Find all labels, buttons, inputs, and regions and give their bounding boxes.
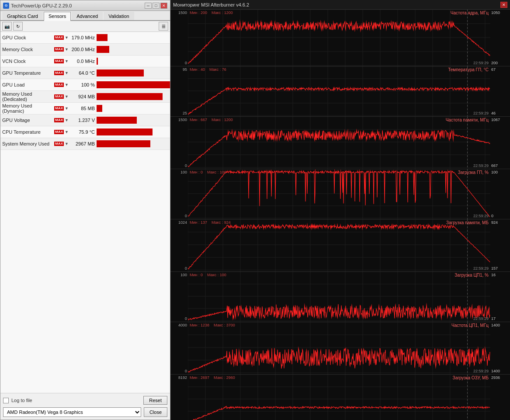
dashed-line-core_freq: [467, 10, 468, 66]
sensor-value-6: 85 MB: [70, 106, 97, 111]
chart-max-ram_load: Макс : 2960: [214, 375, 235, 380]
y-top-mem_freq: 1500: [171, 118, 187, 122]
tab-advanced[interactable]: Advanced: [72, 12, 103, 20]
chart-timestamp-core_freq: 22:59:29: [473, 61, 489, 65]
chart-min-cpu_freq: Мин : 1238: [190, 323, 209, 327]
y-right-bot-core_freq: 200: [491, 61, 509, 65]
y-right-bot-mem_load: 157: [491, 266, 509, 271]
chart-area-core_freq: Мин : 200 Макс : 1200 Частота ядра, МГц …: [188, 10, 490, 66]
chart-canvas-cpu_load: [188, 272, 490, 322]
reset-button[interactable]: Reset: [143, 396, 167, 405]
chart-area-ram_load: Мин : 2697 Макс : 2960 Загрузка ОЗУ, МБ …: [188, 375, 490, 420]
chart-header-mem_freq: Мин : 667 Макс : 1200: [190, 118, 233, 122]
sensor-name-1: Memory Clock MAX ▼: [0, 47, 70, 52]
chart-y-right-mem_load: 924 157: [490, 219, 510, 271]
gpuz-bottom: Log to file Reset AMD Radeon(TM) Vega 8 …: [0, 393, 170, 420]
chart-timestamp-gpu_load: 22:59:29: [473, 214, 489, 218]
msi-close-button[interactable]: ✕: [500, 2, 507, 8]
chart-canvas-cpu_freq: [188, 322, 490, 374]
y-right-top-gpu_temp: 67: [491, 67, 509, 72]
sensor-bar-container-0: [97, 34, 170, 41]
gpuz-titlebar: G TechPowerUp GPU-Z 2.29.0 ─ □ ✕: [0, 0, 170, 11]
dashed-line-mem_load: [467, 219, 468, 271]
sensor-bar-container-9: [97, 140, 170, 147]
sensor-name-6: Memory Used (Dynamic) MAX ▼: [0, 103, 70, 114]
chart-title-mem_load: Загрузка памяти, МБ: [446, 220, 489, 225]
dashed-line-cpu_load: [467, 272, 468, 322]
chart-canvas-gpu_load: [188, 169, 490, 219]
chart-area-mem_freq: Мин : 667 Макс : 1200 Частота памяти, МГ…: [188, 117, 490, 169]
chart-header-core_freq: Мин : 200 Макс : 1200: [190, 10, 233, 15]
sensor-value-8: 75.9 °C: [70, 129, 97, 135]
chart-title-core_freq: Частота ядра, МГц: [451, 10, 489, 15]
chart-max-core_freq: Макс : 1200: [212, 10, 233, 15]
chart-max-mem_load: Макс : 924: [212, 220, 231, 225]
tab-validation[interactable]: Validation: [104, 12, 134, 20]
y-mid-cpu_freq: 0: [171, 369, 187, 373]
sensor-bar-9: [97, 140, 150, 147]
device-select[interactable]: AMD Radeon(TM) Vega 8 Graphics: [3, 407, 141, 417]
camera-button[interactable]: 📷: [2, 22, 12, 31]
chart-header-mem_load: Мин : 137 Макс : 924: [190, 220, 231, 225]
chart-area-cpu_load: Мин : 0 Макс : 100 Загрузка ЦП1, % 22:59…: [188, 272, 490, 322]
sensor-name-9: System Memory Used MAX ▼: [0, 141, 70, 146]
chart-y-right-mem_freq: 1067 667: [490, 117, 510, 169]
gpuz-title: TechPowerUp GPU-Z 2.29.0: [11, 3, 72, 8]
sensor-bar-8: [97, 128, 153, 135]
sensor-value-0: 179.0 MHz: [70, 35, 97, 40]
minimize-button[interactable]: ─: [145, 3, 152, 9]
sensor-bar-1: [97, 46, 109, 53]
chart-area-gpu_load: Мин : 0 Макс : 100 Загрузка ГП, % 22:59:…: [188, 169, 490, 219]
tab-sensors[interactable]: Sensors: [44, 12, 71, 21]
y-right-top-ram_load: 2936: [491, 375, 509, 380]
log-checkbox[interactable]: [3, 398, 9, 403]
gpuz-logo-icon: G: [3, 3, 9, 9]
maximize-button[interactable]: □: [153, 3, 160, 9]
sensor-list: GPU Clock MAX ▼ 179.0 MHz Memory Clock M…: [0, 32, 170, 393]
y-top-cpu_freq: 4000: [171, 323, 187, 327]
sensor-bar-6: [97, 105, 102, 112]
log-label: Log to file: [11, 398, 32, 403]
chart-canvas-mem_load: [188, 219, 490, 271]
sensor-bar-container-1: [97, 46, 170, 53]
gpuz-close-button[interactable]: ✕: [160, 3, 167, 9]
y-mid-mem_freq: 0: [171, 163, 187, 168]
sensor-value-3: 64.0 °C: [70, 70, 97, 76]
y-right-top-cpu_load: 16: [491, 273, 509, 277]
y-top-cpu_load: 100: [171, 273, 187, 277]
sensor-value-5: 924 MB: [70, 94, 97, 99]
chart-max-gpu_temp: Макс : 76: [209, 67, 226, 72]
chart-title-gpu_temp: Температура ГП, °С: [448, 67, 489, 72]
sensor-row-8: CPU Temperature MAX ▼ 75.9 °C: [0, 126, 170, 138]
chart-max-cpu_load: Макс : 100: [207, 273, 226, 277]
sensor-row-6: Memory Used (Dynamic) MAX ▼ 85 MB: [0, 103, 170, 115]
menu-button[interactable]: ☰: [159, 22, 168, 31]
close-button[interactable]: Close: [144, 407, 167, 417]
chart-header-cpu_load: Мин : 0 Макс : 100: [190, 273, 226, 277]
y-right-bot-cpu_load: 17: [491, 316, 509, 321]
chart-title-mem_freq: Частота памяти, МГц: [446, 118, 489, 122]
chart-mem_freq: 1500 0 Мин : 667 Макс : 1200 Частота пам…: [170, 117, 510, 169]
sensor-bar-container-6: [97, 105, 170, 112]
chart-title-ram_load: Загрузка ОЗУ, МБ: [453, 375, 489, 380]
y-mid-core_freq: 0: [171, 61, 187, 65]
sensor-value-7: 1.237 V: [70, 118, 97, 123]
chart-header-gpu_load: Мин : 0 Макс : 100: [190, 170, 226, 174]
sensor-name-2: VCN Clock MAX ▼: [0, 59, 70, 64]
sensor-bar-5: [97, 93, 163, 100]
chart-cpu_load: 100 0 Мин : 0 Макс : 100 Загрузка ЦП1, %…: [170, 272, 510, 322]
refresh-button[interactable]: ↻: [13, 22, 23, 31]
y-mid-gpu_temp: 25: [171, 111, 187, 115]
sensor-name-7: GPU Voltage MAX ▼: [0, 118, 70, 123]
sensor-name-8: CPU Temperature MAX ▼: [0, 129, 70, 135]
chart-gpu_temp: 95 25 Мин : 40 Макс : 76 Температура ГП,…: [170, 66, 510, 117]
chart-min-mem_freq: Мин : 667: [190, 118, 207, 122]
chart-title-cpu_load: Загрузка ЦП1, %: [454, 273, 489, 278]
chart-canvas-ram_load: [188, 375, 490, 420]
chart-y-right-cpu_load: 16 17: [490, 272, 510, 322]
gpuz-tabs: Graphics Card Sensors Advanced Validatio…: [0, 11, 170, 21]
y-right-bot-gpu_temp: 46: [491, 111, 509, 115]
msi-panel: Мониторинг MSI Afterburner v4.6.2 ✕ 1500…: [170, 0, 510, 420]
tab-graphics-card[interactable]: Graphics Card: [2, 12, 43, 20]
chart-y-left-cpu_load: 100 0: [170, 272, 188, 322]
